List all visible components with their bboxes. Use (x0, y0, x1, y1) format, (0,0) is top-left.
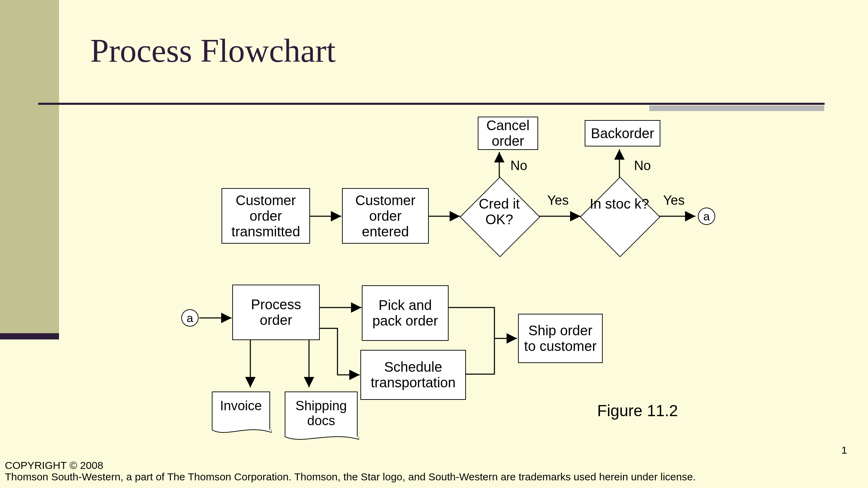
node-ship-to-customer: Ship order to customer (518, 314, 603, 363)
node-in-stock-label: In stoc k? (585, 196, 654, 212)
flowchart-arrows (0, 0, 868, 488)
doc-shipping-docs-label: Shipping docs (295, 398, 347, 428)
doc-invoice: Invoice (212, 392, 270, 430)
label-yes-credit: Yes (547, 193, 569, 208)
label-yes-stock: Yes (663, 193, 685, 208)
connector-a-bottom: a (181, 309, 199, 327)
label-no-credit: No (510, 158, 527, 173)
node-customer-order-entered: Customer order entered (342, 188, 429, 244)
node-process-order: Process order (232, 285, 320, 340)
doc-invoice-label: Invoice (220, 398, 262, 413)
label-no-stock: No (634, 158, 651, 173)
slide: Process Flowchart (0, 0, 868, 488)
page-number: 1 (841, 444, 847, 456)
connector-a-top: a (698, 208, 715, 225)
copyright-line2: Thomson South-Western, a part of The Tho… (5, 471, 696, 482)
node-in-stock-shape (580, 177, 660, 257)
doc-shipping-docs: Shipping docs (285, 392, 358, 437)
node-schedule-transportation: Schedule transportation (360, 350, 466, 400)
copyright: COPYRIGHT © 2008 Thomson South-Western, … (5, 460, 696, 482)
node-credit-ok-label: Cred it OK? (465, 196, 534, 227)
node-customer-order-transmitted: Customer order transmitted (222, 188, 310, 244)
flowchart: Customer order transmitted Customer orde… (0, 0, 868, 488)
node-pick-and-pack: Pick and pack order (362, 285, 449, 341)
node-backorder: Backorder (585, 120, 660, 146)
node-cancel-order: Cancel order (478, 117, 538, 150)
figure-caption: Figure 11.2 (597, 401, 678, 420)
copyright-line1: COPYRIGHT © 2008 (5, 460, 696, 471)
